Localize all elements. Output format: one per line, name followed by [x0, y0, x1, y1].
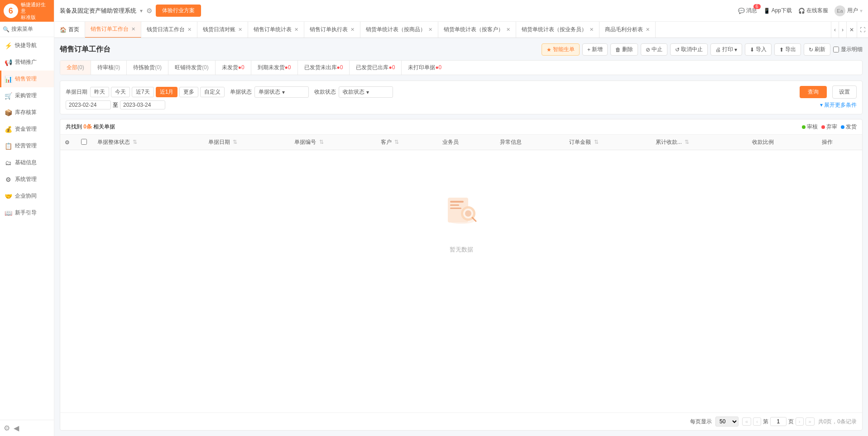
date-custom-btn[interactable]: 自定义 [200, 87, 225, 97]
date-from-input[interactable] [66, 100, 111, 109]
tab-home[interactable]: 🏠 首页 [54, 22, 85, 38]
tab-goods-margin[interactable]: 商品毛利分析表 ✕ [599, 22, 656, 38]
status-select[interactable]: 单据状态 ▾ [254, 86, 309, 98]
col-date[interactable]: 单据日期 ⇅ [204, 135, 290, 150]
sidebar-item-system[interactable]: ⚙ 系统管理 [0, 171, 54, 188]
col-amount[interactable]: 订单金额 ⇅ [565, 135, 651, 150]
filter-tab-wangpu-pending[interactable]: 旺铺待发货(0) [168, 61, 216, 75]
tab-sales-stats-salesperson[interactable]: 销货单统计表（按业务员） ✕ [516, 22, 599, 38]
query-button[interactable]: 查询 [800, 86, 827, 98]
tab-close-icon[interactable]: ✕ [646, 27, 650, 33]
sidebar-item-inventory[interactable]: 📦 库存核算 [0, 104, 54, 121]
sidebar-item-guide[interactable]: 📖 新手引导 [0, 204, 54, 221]
date-today-btn[interactable]: 今天 [111, 87, 130, 97]
payment-select[interactable]: 收款状态 ▾ [339, 86, 393, 98]
date-more-btn[interactable]: 更多 [179, 87, 198, 97]
filter-tab-pending-inspect[interactable]: 待拣验货(0) [127, 61, 168, 75]
tab-sales-stats-customer[interactable]: 销货单统计表（按客户） ✕ [438, 22, 516, 38]
filter-tab-not-printed[interactable]: 未打印单据●0 [402, 61, 448, 75]
last-page-button[interactable]: » [806, 417, 815, 426]
refresh-button[interactable]: ↻ 刷新 [804, 43, 830, 56]
page-input[interactable] [770, 417, 786, 426]
message-button[interactable]: 💬 消息 6 [738, 7, 757, 14]
filter-tab-not-shipped[interactable]: 未发货●0 [216, 61, 251, 75]
col-customer[interactable]: 客户 ⇅ [376, 135, 438, 150]
page-size-select[interactable]: 10 20 50 100 [715, 417, 739, 427]
tab-sales-order-stats[interactable]: 销售订单统计表 ✕ [248, 22, 304, 38]
sidebar-item-operations[interactable]: 📋 经营管理 [0, 137, 54, 154]
tab-scroll-right[interactable]: › [839, 22, 846, 38]
online-service-button[interactable]: 🎧 在线客服 [798, 7, 828, 14]
col-number[interactable]: 单据编号 ⇅ [290, 135, 376, 150]
tab-fullscreen[interactable]: ⛶ [857, 22, 868, 38]
export-button[interactable]: ⬆ 导出 [774, 43, 801, 56]
settings-icon[interactable]: ⚙ [4, 424, 10, 432]
gear-icon[interactable]: ⚙ [146, 7, 152, 15]
sidebar-search[interactable]: 🔍 搜索菜单 [0, 22, 54, 37]
tab-close-icon[interactable]: ✕ [506, 27, 510, 33]
content-inner: 销售订单工作台 ★ 智能生单 + 新增 🗑 删除 ⊘ [54, 38, 868, 436]
date-1month-btn[interactable]: 近1月 [156, 87, 178, 97]
date-7days-btn[interactable]: 近7天 [132, 87, 154, 97]
tab-cash-daily[interactable]: 钱货日清工作台 ✕ [141, 22, 197, 38]
tab-close-icon[interactable]: ✕ [238, 27, 242, 33]
show-detail-checkbox-label[interactable]: 显示明细 [833, 46, 863, 53]
trash-icon: 🗑 [615, 47, 621, 53]
show-detail-checkbox[interactable] [833, 47, 839, 52]
smart-generate-button[interactable]: ★ 智能生单 [542, 43, 580, 56]
expand-conditions-button[interactable]: ▾ 展开更多条件 [820, 101, 857, 109]
sidebar-item-quick-nav[interactable]: ⚡ 快捷导航 [0, 37, 54, 54]
add-button[interactable]: + 新增 [582, 43, 608, 56]
tab-close-all[interactable]: ✕ [846, 22, 857, 38]
tab-close-icon[interactable]: ✕ [590, 27, 594, 33]
sidebar-item-enterprise[interactable]: 🤝 企业协同 [0, 188, 54, 204]
solution-button[interactable]: 体验行业方案 [156, 5, 201, 17]
tab-sales-stats-product[interactable]: 销货单统计表（按商品） ✕ [360, 22, 438, 38]
filter-tab-expired-not-shipped[interactable]: 到期未发货●0 [251, 61, 298, 75]
user-menu[interactable]: Ea 用户 ▾ [834, 5, 863, 16]
settings-button[interactable]: 设置 [832, 85, 857, 99]
tab-close-icon[interactable]: ✕ [131, 26, 135, 32]
tab-sales-order-workbench[interactable]: 销售订单工作台 ✕ [85, 22, 141, 38]
audit-button[interactable]: 审核 [802, 123, 818, 131]
sidebar-item-sales[interactable]: 📊 销售管理 [0, 71, 54, 87]
app-download-button[interactable]: 📱 App下载 [763, 7, 792, 14]
tab-close-icon[interactable]: ✕ [187, 27, 192, 33]
cancel-stop-icon: ↺ [675, 47, 680, 53]
collapse-icon[interactable]: ◀ [14, 424, 19, 432]
date-to-input[interactable] [120, 100, 165, 109]
first-page-button[interactable]: « [742, 417, 751, 426]
filter-tab-pending-audit[interactable]: 待审核(0) [91, 61, 127, 75]
print-button[interactable]: 🖨 打印 ▾ [710, 43, 742, 56]
col-settings[interactable]: ⚙ [60, 135, 77, 150]
message-icon: 💬 [738, 8, 745, 14]
settings-icon: ⚙ [65, 139, 70, 146]
cancel-stop-button[interactable]: ↺ 取消中止 [670, 43, 708, 56]
import-button[interactable]: ⬇ 导入 [745, 43, 772, 56]
table-scroll[interactable]: ⚙ 单据整体状态 ⇅ 单据日期 [60, 135, 862, 412]
sidebar-item-purchase[interactable]: 🛒 采购管理 [0, 87, 54, 104]
prev-page-button[interactable]: ‹ [753, 417, 761, 426]
col-status[interactable]: 单据整体状态 ⇅ [93, 135, 204, 150]
sidebar-item-finance[interactable]: 💰 资金管理 [0, 121, 54, 137]
stop-button[interactable]: ⊘ 中止 [641, 43, 667, 56]
svg-rect-2 [450, 201, 464, 203]
select-all-checkbox[interactable] [81, 139, 87, 145]
tab-sales-order-exec[interactable]: 销售订单执行表 ✕ [304, 22, 360, 38]
date-yesterday-btn[interactable]: 昨天 [90, 87, 109, 97]
sidebar-item-marketing[interactable]: 📢 营销推广 [0, 54, 54, 71]
tab-close-icon[interactable]: ✕ [428, 27, 432, 33]
tab-cash-reconcile[interactable]: 钱货日清对账 ✕ [197, 22, 248, 38]
delete-button[interactable]: 🗑 删除 [610, 43, 638, 56]
filter-tab-all[interactable]: 全部(0) [60, 61, 91, 75]
filter-tab-shipped-not-out[interactable]: 已发货未出库●0 [298, 61, 350, 75]
tab-scroll-left[interactable]: ‹ [831, 22, 839, 38]
cancel-audit-button[interactable]: 弃审 [821, 123, 837, 131]
sidebar-item-base-info[interactable]: 🗂 基础信息 [0, 154, 54, 171]
tab-close-icon[interactable]: ✕ [350, 27, 355, 33]
filter-tab-shipped-out[interactable]: 已发货已出库●0 [350, 61, 402, 75]
tab-close-icon[interactable]: ✕ [294, 27, 298, 33]
col-cumulative[interactable]: 累计收款... ⇅ [651, 135, 748, 150]
ship-button[interactable]: 发货 [841, 123, 857, 131]
next-page-button[interactable]: › [796, 417, 804, 426]
